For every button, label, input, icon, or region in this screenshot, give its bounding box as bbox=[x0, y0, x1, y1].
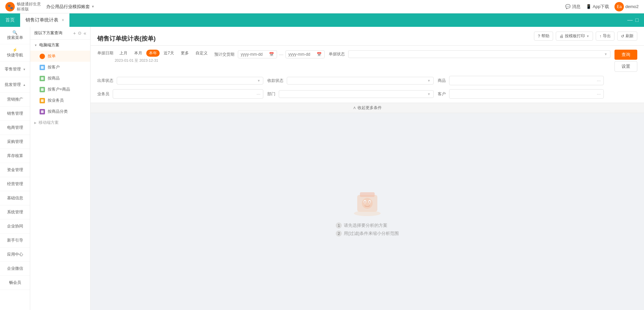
scheme-item-by-order[interactable]: 按单 bbox=[30, 51, 90, 62]
empty-tip-1: 1 请先选择要分析的方案 bbox=[336, 222, 398, 228]
salesperson-select[interactable]: ··· bbox=[113, 89, 263, 99]
date-filter-controls: 单据日期 上月 本月 本年 近7天 更多 自定义 bbox=[97, 50, 210, 57]
doc-status-select[interactable]: ▼ bbox=[348, 50, 610, 58]
sidebar-item-enterprise[interactable]: 企业协同 bbox=[0, 219, 30, 234]
sidebar-item-wechat[interactable]: 企业微信 bbox=[0, 262, 30, 276]
collapse-arrow-icon: ∧ bbox=[353, 105, 356, 110]
collapse-scheme-icon[interactable]: « bbox=[84, 31, 86, 36]
sidebar-item-operations[interactable]: 经营管理 bbox=[0, 177, 30, 191]
customer-select[interactable]: ··· bbox=[449, 89, 604, 99]
collapse-bar[interactable]: ∧ 收起更多条件 bbox=[91, 103, 644, 113]
edit-scheme-icon[interactable]: ⊙ bbox=[78, 31, 82, 36]
sidebar-item-inventory[interactable]: 库存核算 bbox=[0, 149, 30, 163]
expected-date-start[interactable]: 📅 bbox=[238, 50, 277, 58]
product-select[interactable]: ··· bbox=[449, 76, 604, 85]
date-last-7[interactable]: 近7天 bbox=[161, 50, 177, 57]
scheme-item-by-product[interactable]: 按商品 bbox=[30, 73, 90, 84]
date-this-year[interactable]: 本年 bbox=[146, 50, 160, 57]
report-actions: ? 帮助 🖨 按模板打印 ▼ ↑ 导出 ↺ 刷新 bbox=[534, 32, 637, 41]
scheme-active-dot bbox=[40, 54, 45, 59]
salesperson-cell: 业务员 ··· bbox=[97, 89, 263, 99]
print-button[interactable]: 🖨 按模板打印 ▼ bbox=[556, 32, 593, 41]
nav-icon: ⚡ bbox=[12, 48, 17, 52]
scheme-panel: 按以下方案查询 + ⊙ « ▼ 电脑端方案 按单 bbox=[30, 27, 91, 310]
minimize-icon[interactable]: — bbox=[627, 17, 633, 23]
date-range-display: 2023-01-01 至 2023-12-31 bbox=[97, 58, 210, 63]
scheme-item-by-category[interactable]: 按商品分类 bbox=[30, 106, 90, 117]
doc-status-group: 单据状态 ▼ bbox=[329, 50, 610, 58]
refresh-button[interactable]: ↺ 刷新 bbox=[617, 32, 637, 41]
svg-point-9 bbox=[362, 198, 373, 209]
sidebar-item-ecommerce[interactable]: 电商管理 bbox=[0, 121, 30, 135]
report-area: 销售订单统计表(按单) ? 帮助 🖨 按模板打印 ▼ ↑ 导出 bbox=[91, 27, 644, 310]
chevron-down-icon: ▼ bbox=[91, 5, 95, 8]
sidebar-search[interactable]: 🔍 搜索菜单 bbox=[0, 27, 30, 44]
expected-date-end[interactable]: 📅 bbox=[285, 50, 325, 58]
top-bar: 🐾 畅捷通好生意 标准版 办公用品行业模拟账套 ▼ 💬 消息 📱 App下载 E… bbox=[0, 0, 644, 13]
date-more[interactable]: 更多 bbox=[178, 50, 192, 57]
sidebar-item-retail[interactable]: 零售管理 ▼ bbox=[0, 62, 30, 77]
sidebar-item-newbie[interactable]: 新手引导 bbox=[0, 234, 30, 248]
sidebar-item-basic[interactable]: 基础信息 bbox=[0, 191, 30, 205]
reset-button[interactable]: 设置 bbox=[614, 61, 637, 72]
message-icon: 💬 bbox=[565, 4, 571, 9]
tab-bar: 首页 销售订单统计表 × — □ bbox=[0, 13, 644, 27]
download-icon: 📱 bbox=[586, 4, 591, 9]
scheme-item-by-salesperson[interactable]: 按业务员 bbox=[30, 95, 90, 106]
sidebar-quick-nav[interactable]: ⚡ 快捷导航 bbox=[0, 44, 30, 62]
help-button[interactable]: ? 帮助 bbox=[534, 32, 553, 41]
export-icon: ↑ bbox=[599, 34, 601, 39]
product-more-icon[interactable]: ··· bbox=[597, 78, 601, 83]
print-icon: 🖨 bbox=[559, 34, 564, 39]
date-this-month[interactable]: 本月 bbox=[131, 50, 145, 57]
main-layout: 🔍 搜索菜单 ⚡ 快捷导航 零售管理 ▼ 批发管理 ▲ 营销推广 销售管理 电商… bbox=[0, 27, 644, 310]
delivery-status-select[interactable]: ▼ bbox=[117, 77, 263, 85]
sidebar-item-wholesale[interactable]: 批发管理 ▲ bbox=[0, 77, 30, 93]
product-cell: 商品 ··· bbox=[438, 76, 604, 85]
scheme-item-by-cust-prod[interactable]: 按客户+商品 bbox=[30, 84, 90, 95]
app-selector[interactable]: 办公用品行业模拟账套 ▼ bbox=[44, 4, 97, 10]
sidebar-item-system[interactable]: 系统管理 bbox=[0, 205, 30, 219]
sidebar-item-appstore[interactable]: 应用中心 bbox=[0, 248, 30, 262]
sidebar-item-finance[interactable]: 资金管理 bbox=[0, 163, 30, 177]
message-button[interactable]: 💬 消息 bbox=[565, 4, 581, 10]
calendar-start-icon[interactable]: 📅 bbox=[269, 52, 274, 57]
chevron-icon: ▼ bbox=[23, 68, 26, 71]
dept-cell: 部门 ▼ bbox=[267, 89, 433, 99]
svg-rect-3 bbox=[41, 88, 44, 91]
expected-date-start-input[interactable] bbox=[241, 52, 268, 57]
tab-close-icon[interactable]: × bbox=[62, 18, 64, 22]
sidebar-item-sales[interactable]: 销售管理 bbox=[0, 107, 30, 121]
customer-more-icon[interactable]: ··· bbox=[597, 91, 601, 97]
sidebar-item-purchase[interactable]: 采购管理 bbox=[0, 135, 30, 149]
tab-sales-order[interactable]: 销售订单统计表 × bbox=[20, 13, 69, 27]
collection-status-select[interactable]: ▼ bbox=[287, 77, 433, 85]
date-custom[interactable]: 自定义 bbox=[193, 50, 210, 57]
refresh-icon: ↺ bbox=[621, 34, 624, 39]
expected-date-end-input[interactable] bbox=[288, 52, 315, 57]
dept-select[interactable]: ▼ bbox=[279, 90, 433, 98]
add-scheme-icon[interactable]: + bbox=[73, 31, 76, 36]
scheme-group-pc-title[interactable]: ▼ 电脑端方案 bbox=[30, 40, 90, 51]
export-button[interactable]: ↑ 导出 bbox=[596, 32, 614, 41]
scheme-group-pc: ▼ 电脑端方案 按单 按客户 bbox=[30, 40, 90, 117]
sidebar-item-member[interactable]: 畅会员 bbox=[0, 276, 30, 290]
chevron-icon: ▲ bbox=[23, 83, 26, 87]
chevron-down-icon: ▼ bbox=[257, 79, 260, 83]
filter-row-3: 业务员 ··· 部门 ▼ 客户 bbox=[97, 89, 637, 99]
salesperson-more-icon[interactable]: ··· bbox=[257, 91, 261, 97]
svg-rect-4 bbox=[41, 99, 44, 102]
scheme-group-mobile-title[interactable]: ▶ 移动端方案 bbox=[30, 117, 90, 128]
tab-home[interactable]: 首页 bbox=[0, 13, 20, 27]
sidebar-item-marketing[interactable]: 营销推广 bbox=[0, 93, 30, 107]
scheme-item-by-customer[interactable]: 按客户 bbox=[30, 62, 90, 73]
app-download-button[interactable]: 📱 App下载 bbox=[586, 4, 609, 10]
scheme-icon-category bbox=[40, 109, 45, 114]
calendar-end-icon[interactable]: 📅 bbox=[317, 52, 322, 57]
user-profile[interactable]: Ea demo2 bbox=[614, 2, 639, 11]
date-last-month[interactable]: 上月 bbox=[117, 50, 130, 57]
svg-point-0 bbox=[41, 55, 44, 58]
scheme-panel-header: 按以下方案查询 + ⊙ « bbox=[30, 27, 90, 40]
query-button[interactable]: 查询 bbox=[614, 50, 637, 60]
maximize-icon[interactable]: □ bbox=[635, 17, 639, 23]
